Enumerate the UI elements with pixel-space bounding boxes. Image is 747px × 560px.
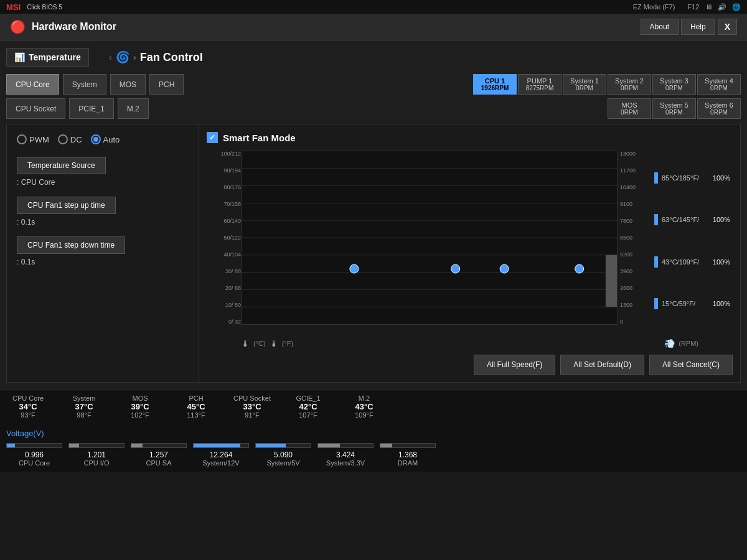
fan-rpm-icon: 💨: [664, 338, 675, 348]
indicator-temp-1: 63°C/145°F/: [662, 216, 699, 223]
yr-label-1: 11700: [620, 167, 652, 174]
fan-tab-mos-rpm: 0RPM: [614, 109, 644, 116]
chart-container: 100/212 90/194 80/176 70/158 60/140 50/1…: [207, 151, 733, 337]
voltage-value-cpu-core: 0.996: [6, 450, 62, 459]
y-label-3: 70/158: [207, 201, 241, 207]
arrow-icon: ‹: [109, 52, 112, 63]
yr-label-5: 6500: [620, 235, 652, 241]
sensor-btn-cpu-core[interactable]: CPU Core: [6, 74, 59, 95]
voltage-name-sys12v: System/12V: [193, 459, 249, 467]
curve-point-3[interactable]: [500, 264, 509, 273]
voltage-item-cpu-core: 0.996 CPU Core: [6, 443, 62, 467]
help-button[interactable]: Help: [681, 19, 715, 35]
sensor-btn-m2[interactable]: M.2: [118, 98, 149, 119]
smart-fan-checkbox[interactable]: ✓: [207, 132, 218, 143]
action-buttons: All Full Speed(F) All Set Default(D) All…: [207, 355, 733, 375]
fan-tab-pump1-rpm: 8275RPM: [525, 85, 555, 91]
sensor-f-cpu-socket: 91°F: [230, 411, 274, 419]
sensor-btn-cpu-socket[interactable]: CPU Socket: [6, 98, 65, 119]
step-down-button[interactable]: CPU Fan1 step down time: [17, 236, 125, 254]
fan-tab-system3[interactable]: System 3 0RPM: [652, 74, 696, 95]
voltage-value-sys12v: 12.264: [193, 450, 249, 459]
curve-point-2[interactable]: [451, 264, 460, 273]
radio-auto[interactable]: Auto: [91, 134, 120, 144]
indicator-pct-1: 100%: [713, 216, 730, 223]
chart-fan-icons: 💨 (RPM): [664, 338, 698, 348]
y-label-8: 20/ 68: [207, 285, 241, 291]
temp-source-button[interactable]: Temperature Source: [17, 157, 106, 174]
y-label-2: 80/176: [207, 184, 241, 190]
sensor-btn-pcie1[interactable]: PCIE_1: [69, 98, 113, 119]
sensor-name-m2: M.2: [342, 394, 386, 402]
radio-pwm[interactable]: PWM: [17, 134, 49, 144]
fan-tab-cpu1[interactable]: CPU 1 1926RPM: [473, 74, 517, 95]
fan-tab-system1-rpm: 0RPM: [570, 85, 599, 91]
function-keys: F12 🖥 🔊 🌐: [688, 3, 741, 11]
curve-point-1[interactable]: [350, 264, 359, 273]
smart-fan-label: Smart Fan Mode: [223, 133, 296, 143]
ez-mode-label[interactable]: EZ Mode (F7): [633, 3, 675, 11]
voltage-bar-sys12v: [194, 444, 240, 447]
status-sensor-mos: MOS 39°C 102°F: [118, 394, 162, 419]
fan-tab-system4[interactable]: System 4 0RPM: [697, 74, 741, 95]
set-cancel-button[interactable]: All Set Cancel(C): [649, 355, 733, 375]
voltage-bar-container-cpu-io: [68, 443, 125, 448]
radio-circle-pwm: [17, 134, 27, 144]
indicator-row-1: 63°C/145°F/ 100%: [654, 214, 730, 225]
voltage-bar-cpu-core: [7, 444, 15, 447]
radio-dc[interactable]: DC: [58, 134, 82, 144]
fan-tab-mos[interactable]: MOS 0RPM: [608, 98, 651, 119]
curve-point-4[interactable]: [575, 264, 584, 273]
y-label-9: 10/ 50: [207, 302, 241, 308]
fan-tab-pump1[interactable]: PUMP 1 8275RPM: [518, 74, 561, 95]
chart-bottom-icons: 🌡 (°C) 🌡 (°F) 💨 (RPM): [207, 338, 733, 348]
step-up-button[interactable]: CPU Fan1 step up time: [17, 197, 116, 214]
indicator-temp-0: 85°C/185°F/: [662, 174, 699, 182]
chart-y-right: 13000 11700 10400 9100 7800 6500 5200 39…: [618, 151, 652, 337]
sensor-btn-system[interactable]: System: [63, 74, 106, 95]
voltage-items: 0.996 CPU Core 1.201 CPU I/O 1.257 CPU S…: [6, 443, 741, 467]
close-button[interactable]: X: [718, 19, 737, 35]
indicator-temp-2: 43°C/109°F/: [662, 258, 699, 266]
status-sensor-pcie1: GCIE_1 42°C 107°F: [286, 394, 330, 419]
sensor-f-mos: 102°F: [118, 411, 162, 419]
y-label-10: 0/ 32: [207, 319, 241, 325]
fan-tab-system6[interactable]: System 6 0RPM: [697, 98, 741, 119]
title-buttons: About Help X: [641, 19, 737, 35]
indicator-row-3: 15°C/59°F/ 100%: [654, 298, 730, 309]
sensor-btn-mos[interactable]: MOS: [110, 74, 146, 95]
sensor-name-pch: PCH: [174, 394, 218, 402]
fan-tab-system5-label: System 5: [659, 101, 689, 109]
voltage-value-sys5v: 5.090: [255, 450, 311, 459]
voltage-label[interactable]: Voltage(V): [6, 429, 741, 438]
full-speed-button[interactable]: All Full Speed(F): [474, 355, 555, 375]
voltage-bar-container-sys33v: [317, 443, 374, 448]
radio-label-pwm: PWM: [29, 135, 49, 144]
indicator-bar-2: [654, 256, 658, 268]
fan-tab-system2[interactable]: System 2 0RPM: [608, 74, 651, 95]
status-sensor-m2: M.2 43°C 109°F: [342, 394, 386, 419]
sensor-c-mos: 39°C: [118, 402, 162, 411]
yr-label-4: 7800: [620, 218, 652, 224]
fan-tab-system1[interactable]: System 1 0RPM: [563, 74, 606, 95]
voltage-item-sys5v: 5.090 System/5V: [255, 443, 311, 467]
status-sensor-cpu-socket: CPU Socket 33°C 91°F: [230, 394, 274, 419]
right-panel: ✓ Smart Fan Mode 100/212 90/194 80/176 7…: [199, 124, 741, 383]
fan-tab-system1-label: System 1: [570, 77, 599, 85]
about-button[interactable]: About: [641, 19, 679, 35]
fan-tab-system5-rpm: 0RPM: [659, 109, 689, 116]
set-default-button[interactable]: All Set Default(D): [560, 355, 644, 375]
voltage-item-sys33v: 3.424 System/3.3V: [317, 443, 374, 467]
radio-circle-auto: [91, 134, 101, 144]
chart-scrollbar[interactable]: [606, 255, 617, 307]
voltage-bar-sys33v: [318, 444, 340, 447]
voltage-name-sys5v: System/5V: [255, 459, 311, 467]
sensor-f-pch: 113°F: [174, 411, 218, 419]
sensor-c-m2: 43°C: [342, 402, 386, 411]
thermometer-icon: 🌡: [241, 338, 250, 348]
fan-control-section: ‹ 🌀 › Fan Control: [101, 47, 210, 68]
sensor-btn-pch[interactable]: PCH: [149, 74, 184, 95]
voltage-bar-cpu-io: [69, 444, 79, 447]
voltage-name-cpu-sa: CPU SA: [131, 459, 187, 467]
fan-tab-system5[interactable]: System 5 0RPM: [652, 98, 696, 119]
